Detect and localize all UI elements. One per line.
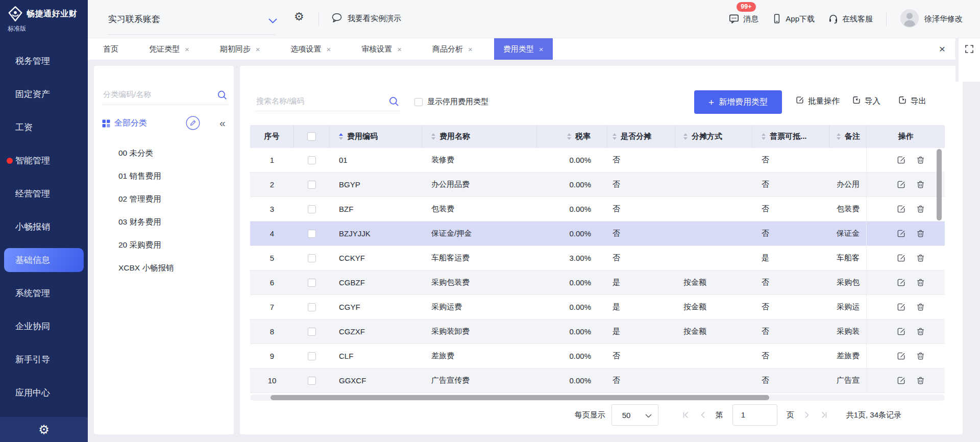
delete-row-button[interactable] bbox=[916, 327, 926, 337]
sort-icon[interactable] bbox=[612, 133, 617, 140]
row-checkbox[interactable] bbox=[308, 181, 316, 189]
close-tab-icon[interactable]: × bbox=[327, 45, 331, 53]
table-row[interactable]: 3BZF包装费0.00%否否包装费 bbox=[250, 197, 945, 222]
batch-actions-button[interactable]: 批量操作 bbox=[795, 95, 840, 107]
table-row[interactable]: 9CLF差旅费0.00%否否差旅费 bbox=[250, 344, 945, 369]
delete-row-button[interactable] bbox=[916, 351, 926, 361]
row-checkbox[interactable] bbox=[308, 328, 316, 336]
delete-row-button[interactable] bbox=[916, 229, 926, 239]
sidebar-item-4[interactable]: 智能管理 bbox=[0, 144, 88, 177]
delete-row-button[interactable] bbox=[916, 376, 926, 386]
user-menu[interactable]: 徐泽华修改 bbox=[900, 9, 963, 30]
checkbox[interactable] bbox=[414, 98, 423, 106]
edit-row-button[interactable] bbox=[896, 155, 906, 165]
edit-row-button[interactable] bbox=[896, 253, 906, 263]
table-row[interactable]: 8CGZXF采购装卸费0.00%是按金额否采购装 bbox=[250, 320, 945, 344]
horizontal-scrollbar[interactable] bbox=[271, 395, 769, 400]
sidebar-item-1[interactable]: 税务管理 bbox=[0, 44, 88, 78]
sidebar-item-10[interactable]: 新手引导 bbox=[0, 343, 88, 376]
delete-row-button[interactable] bbox=[916, 278, 926, 288]
row-checkbox[interactable] bbox=[308, 303, 316, 311]
table-row[interactable]: 5CCKYF车船客运费3.00%否是车船客 bbox=[250, 246, 945, 271]
table-row[interactable]: 10GGXCF广告宣传费0.00%否否广告宣 bbox=[250, 369, 945, 393]
edit-row-button[interactable] bbox=[896, 302, 906, 312]
search-icon[interactable] bbox=[388, 95, 400, 109]
column-header-rate[interactable]: 税率 bbox=[537, 125, 607, 148]
category-item[interactable]: 20 采购费用 bbox=[94, 233, 234, 256]
prev-page-button[interactable] bbox=[699, 411, 707, 419]
support-button[interactable]: 在线客服 bbox=[828, 13, 873, 26]
close-tab-icon[interactable]: × bbox=[539, 45, 544, 53]
table-row[interactable]: 2BGYP办公用品费0.00%否否办公用 bbox=[250, 173, 945, 197]
row-checkbox[interactable] bbox=[308, 156, 316, 164]
column-header-name[interactable]: 费用名称 bbox=[422, 125, 537, 148]
close-all-tabs-button[interactable]: × bbox=[933, 38, 951, 60]
sidebar-item-8[interactable]: 系统管理 bbox=[0, 277, 88, 310]
import-button[interactable]: 导入 bbox=[852, 95, 880, 107]
column-header-deduct[interactable]: 普票可抵... bbox=[752, 125, 829, 148]
sidebar-item-7[interactable]: 基础信息 bbox=[0, 243, 88, 277]
tab-4[interactable]: 选项设置× bbox=[282, 38, 340, 60]
table-search-input[interactable]: 搜索名称/编码 bbox=[255, 92, 401, 111]
tab-1[interactable]: 首页 bbox=[94, 38, 128, 60]
demo-link[interactable]: 我要看实例演示 bbox=[331, 12, 401, 24]
delete-row-button[interactable] bbox=[916, 155, 926, 165]
sidebar-settings[interactable]: ⚙ bbox=[0, 417, 88, 442]
delete-row-button[interactable] bbox=[916, 253, 926, 263]
edit-row-button[interactable] bbox=[896, 204, 906, 214]
category-search-input[interactable]: 分类编码/名称 bbox=[102, 85, 229, 105]
category-item[interactable]: 03 财务费用 bbox=[94, 210, 234, 233]
per-page-select[interactable]: 50 bbox=[611, 404, 658, 426]
edit-category-button[interactable] bbox=[186, 116, 200, 130]
page-number-input[interactable]: 1 bbox=[732, 404, 777, 426]
export-button[interactable]: 导出 bbox=[898, 95, 926, 107]
edit-row-button[interactable] bbox=[896, 278, 906, 288]
sort-icon[interactable] bbox=[431, 133, 435, 140]
account-selector[interactable]: 实习联系账套 bbox=[108, 13, 160, 25]
tab-2[interactable]: 凭证类型× bbox=[140, 38, 199, 60]
row-checkbox[interactable] bbox=[308, 279, 316, 287]
sort-icon[interactable] bbox=[762, 133, 766, 140]
table-row[interactable]: 7CGYF采购运费0.00%是按金额否采购运 bbox=[250, 295, 945, 320]
next-page-button[interactable] bbox=[803, 411, 811, 419]
table-row[interactable]: 4BZJYJJK保证金/押金0.00%否否保证金 bbox=[250, 222, 945, 246]
sidebar-item-5[interactable]: 经营管理 bbox=[0, 177, 88, 210]
delete-row-button[interactable] bbox=[916, 204, 926, 214]
search-icon[interactable] bbox=[216, 89, 228, 103]
category-root-label[interactable]: 全部分类 bbox=[114, 118, 147, 129]
close-tab-icon[interactable]: × bbox=[397, 45, 402, 53]
table-row[interactable]: 101装修费0.00%否否 bbox=[250, 148, 945, 173]
sidebar-item-3[interactable]: 工资 bbox=[0, 111, 88, 144]
edit-row-button[interactable] bbox=[896, 229, 906, 239]
sort-icon[interactable] bbox=[837, 133, 841, 140]
column-header-share[interactable]: 是否分摊 bbox=[607, 125, 675, 148]
collapse-panel-button[interactable]: « bbox=[219, 116, 226, 130]
column-header-method[interactable]: 分摊方式 bbox=[675, 125, 752, 148]
table-row[interactable]: 6CGBZF采购包装费0.00%是按金额否采购包 bbox=[250, 271, 945, 295]
sidebar-item-9[interactable]: 企业协同 bbox=[0, 310, 88, 343]
close-tab-icon[interactable]: × bbox=[185, 45, 189, 53]
row-checkbox[interactable] bbox=[308, 352, 316, 360]
edit-row-button[interactable] bbox=[896, 351, 906, 361]
select-all-checkbox[interactable] bbox=[307, 132, 316, 141]
category-item[interactable]: 02 管理费用 bbox=[94, 187, 234, 210]
delete-row-button[interactable] bbox=[916, 180, 926, 190]
row-checkbox[interactable] bbox=[308, 205, 316, 213]
edit-row-button[interactable] bbox=[896, 180, 906, 190]
tab-6[interactable]: 商品分析× bbox=[423, 38, 482, 60]
sidebar-item-2[interactable]: 固定资产 bbox=[0, 78, 88, 111]
category-item[interactable]: 01 销售费用 bbox=[94, 164, 234, 187]
last-page-button[interactable] bbox=[820, 411, 828, 419]
messages-button[interactable]: 99+ 消息 bbox=[728, 13, 758, 26]
tab-5[interactable]: 审核设置× bbox=[352, 38, 411, 60]
column-header-code[interactable]: 费用编码 bbox=[330, 125, 422, 148]
sort-icon[interactable] bbox=[683, 133, 688, 140]
add-fee-type-button[interactable]: + 新增费用类型 bbox=[694, 90, 782, 114]
sort-icon[interactable] bbox=[567, 133, 571, 140]
delete-row-button[interactable] bbox=[916, 302, 926, 312]
row-checkbox[interactable] bbox=[308, 377, 316, 385]
row-checkbox[interactable] bbox=[308, 254, 316, 262]
first-page-button[interactable] bbox=[681, 411, 690, 419]
row-checkbox[interactable] bbox=[308, 230, 316, 238]
sort-icon[interactable] bbox=[339, 133, 343, 140]
